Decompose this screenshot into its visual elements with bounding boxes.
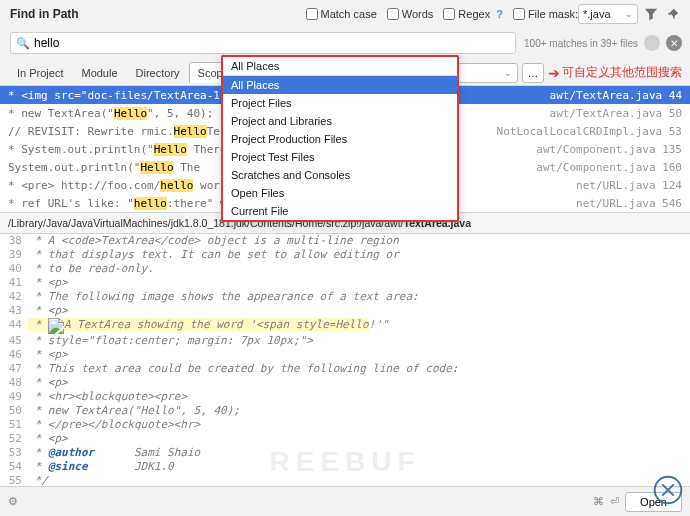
code-line: 52 * <p>	[0, 432, 690, 446]
dropdown-item[interactable]: Project Files	[223, 94, 457, 112]
code-line: 40 * to be read-only.	[0, 262, 690, 276]
dropdown-item[interactable]: Scratches and Consoles	[223, 166, 457, 184]
footer: ⚙ ⌘ ⏎ Open	[0, 486, 690, 516]
search-input-wrapper[interactable]: 🔍	[10, 32, 516, 54]
dropdown-item[interactable]: Project Production Files	[223, 130, 457, 148]
file-mask-checkbox[interactable]: File mask:	[513, 8, 578, 20]
search-icon: 🔍	[16, 37, 30, 50]
search-input[interactable]	[34, 36, 510, 50]
code-line: 48 * <p>	[0, 376, 690, 390]
dropdown-item[interactable]: Project Test Files	[223, 148, 457, 166]
dropdown-item[interactable]: Project and Libraries	[223, 112, 457, 130]
dropdown-item[interactable]: All Places	[223, 76, 457, 94]
code-line: 43 * <p>	[0, 304, 690, 318]
match-count: 100+ matches in 39+ files	[524, 38, 638, 49]
code-line: 42 * The following image shows the appea…	[0, 290, 690, 304]
scope-indicator-icon[interactable]	[644, 35, 660, 51]
tab-in-project[interactable]: In Project	[8, 62, 72, 83]
code-line: 51 * </pre></blockquote><hr>	[0, 418, 690, 432]
annotation-arrow-icon: ➔	[548, 65, 560, 81]
keyboard-icon: ⌘	[593, 495, 604, 508]
badge-logo-icon	[648, 470, 688, 510]
filter-icon[interactable]	[642, 5, 660, 23]
pin-icon[interactable]	[664, 5, 682, 23]
code-line: 44 * Hello!'"	[0, 318, 690, 334]
regex-checkbox[interactable]: Regex?	[443, 8, 503, 20]
code-line: 39 * that displays text. It can be set t…	[0, 248, 690, 262]
code-line: 41 * <p>	[0, 276, 690, 290]
scope-dropdown: All PlacesAll PlacesProject FilesProject…	[221, 55, 459, 222]
code-line: 53 * @author Sami Shaio	[0, 446, 690, 460]
code-line: 55 */	[0, 474, 690, 486]
code-line: 38 * A <code>TextArea</code> object is a…	[0, 234, 690, 248]
file-mask-select[interactable]: *.java ⌄	[578, 4, 638, 24]
code-line: 46 * <p>	[0, 348, 690, 362]
header-row: Find in Path Match case Words Regex? Fil…	[0, 0, 690, 28]
return-icon: ⏎	[610, 495, 619, 508]
regex-help-icon[interactable]: ?	[496, 8, 503, 20]
dropdown-item[interactable]: Open Files	[223, 184, 457, 202]
chevron-down-icon: ⌄	[625, 9, 633, 19]
settings-icon[interactable]: ⚙	[8, 495, 18, 508]
code-line: 49 * <hr><blockquote><pre>	[0, 390, 690, 404]
code-line: 45 * style="float:center; margin: 7px 10…	[0, 334, 690, 348]
words-checkbox[interactable]: Words	[387, 8, 434, 20]
code-line: 47 * This text area could be created by …	[0, 362, 690, 376]
code-preview: 38 * A <code>TextArea</code> object is a…	[0, 234, 690, 486]
annotation-text: 可自定义其他范围搜索	[562, 64, 682, 81]
tab-module[interactable]: Module	[72, 62, 126, 83]
tab-directory[interactable]: Directory	[127, 62, 189, 83]
dropdown-item[interactable]: Current File	[223, 202, 457, 220]
chevron-down-icon: ⌄	[504, 68, 512, 78]
match-case-checkbox[interactable]: Match case	[306, 8, 377, 20]
dialog-title: Find in Path	[10, 7, 79, 21]
code-line: 54 * @since JDK1.0	[0, 460, 690, 474]
code-line: 50 * new TextArea("Hello", 5, 40);	[0, 404, 690, 418]
scope-more-button[interactable]: …	[522, 63, 544, 83]
dropdown-item[interactable]: All Places	[223, 57, 457, 76]
clear-icon[interactable]: ✕	[666, 35, 682, 51]
